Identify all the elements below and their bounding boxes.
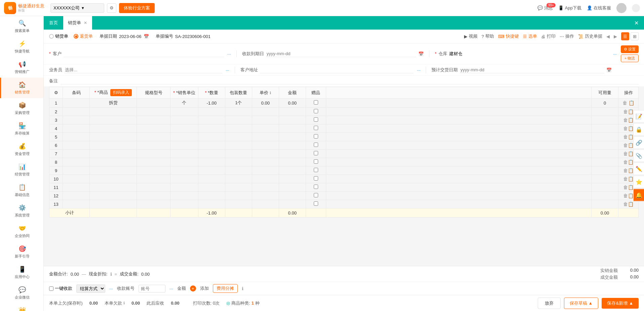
action-shortcut[interactable]: ⌨ 快捷键 bbox=[498, 33, 519, 39]
warehouse-dots[interactable]: ··· bbox=[613, 51, 617, 56]
copy-row-12[interactable]: 📋 bbox=[628, 193, 634, 198]
sidebar-item-search[interactable]: 🔍 搜索菜单 bbox=[0, 16, 43, 37]
tab-sales-order[interactable]: 销货单 ✕ bbox=[63, 16, 92, 30]
copy-row-13[interactable]: 📋 bbox=[628, 201, 634, 207]
sidebar-item-vip[interactable]: 👑 畅会员 bbox=[0, 303, 43, 311]
copy-row-1[interactable]: 📋 bbox=[629, 100, 634, 106]
message-button[interactable]: 💬 消息 99+ bbox=[537, 5, 553, 11]
payment-due-input[interactable] bbox=[266, 50, 417, 57]
copy-row-9[interactable]: 📋 bbox=[628, 168, 634, 173]
delete-row-2[interactable]: 🗑 bbox=[623, 109, 628, 114]
sidebar-item-system[interactable]: ⚙️ 系统管理 bbox=[0, 201, 43, 221]
sidebar-item-enterprise[interactable]: 🤝 企业协同 bbox=[0, 221, 43, 242]
gift-checkbox-11[interactable] bbox=[314, 185, 318, 189]
action-select[interactable]: ☰ 选单 bbox=[523, 33, 537, 39]
copy-row-11[interactable]: 📋 bbox=[628, 185, 634, 190]
abandon-button[interactable]: 放弃 bbox=[538, 298, 561, 309]
tab-bar-close-button[interactable]: ✕ bbox=[629, 20, 644, 26]
gift-checkbox-2[interactable] bbox=[314, 109, 318, 113]
settlement-select[interactable]: 结算方式 bbox=[76, 284, 105, 293]
online-service-button[interactable]: 👤 在线客服 bbox=[587, 5, 611, 11]
copy-row-5[interactable]: 📋 bbox=[628, 134, 634, 140]
delete-row-12[interactable]: 🗑 bbox=[623, 193, 628, 198]
delete-row-8[interactable]: 🗑 bbox=[623, 159, 628, 165]
copy-row-4[interactable]: 📋 bbox=[628, 126, 634, 131]
radio-return-order[interactable]: 退货单 bbox=[74, 33, 93, 39]
float-star-button[interactable]: ⭐ bbox=[633, 176, 644, 188]
action-operation[interactable]: ⋯ 操作 bbox=[560, 33, 574, 39]
setup-button[interactable]: ⚙ 设置 bbox=[621, 45, 639, 53]
customer-address-input[interactable] bbox=[260, 67, 414, 73]
next-record-icon[interactable]: ▶ bbox=[614, 34, 617, 39]
sidebar-item-marketing[interactable]: 📢 营销推广 bbox=[0, 57, 43, 78]
float-notes-button[interactable]: 📝 bbox=[633, 110, 644, 122]
float-edit-button[interactable]: ✏️ bbox=[633, 162, 644, 175]
payment-calendar-icon[interactable]: 📅 bbox=[418, 51, 424, 56]
copy-row-2[interactable]: 📋 bbox=[628, 109, 634, 114]
avatar[interactable] bbox=[616, 3, 627, 13]
delete-row-10[interactable]: 🗑 bbox=[623, 176, 628, 182]
float-notify-button[interactable]: 🔔 bbox=[633, 189, 644, 201]
action-history[interactable]: 📜 历史单据 bbox=[578, 33, 602, 39]
copy-row-7[interactable]: 📋 bbox=[628, 151, 634, 156]
add-payment-button[interactable]: + bbox=[190, 285, 196, 291]
app-download-button[interactable]: 📱 App下载 bbox=[558, 5, 581, 11]
delete-row-9[interactable]: 🗑 bbox=[623, 168, 628, 173]
delete-row-5[interactable]: 🗑 bbox=[623, 134, 628, 140]
salesperson-input[interactable] bbox=[64, 67, 222, 73]
delete-row-7[interactable]: 🗑 bbox=[623, 151, 628, 156]
sidebar-item-finance[interactable]: 💰 资金管理 bbox=[0, 139, 43, 160]
trial-button[interactable]: 体验行业方案 bbox=[119, 3, 155, 13]
grid-view-icon[interactable]: ⊞ bbox=[631, 32, 639, 40]
prev-record-icon[interactable]: ◀ bbox=[606, 34, 610, 39]
sidebar-item-purchase[interactable]: 📦 采购管理 bbox=[0, 98, 43, 119]
copy-row-10[interactable]: 📋 bbox=[628, 176, 634, 182]
settings-button[interactable]: ⚙ bbox=[107, 3, 116, 13]
th-settings[interactable]: ⚙ bbox=[49, 87, 63, 99]
delete-row-13[interactable]: 🗑 bbox=[623, 201, 628, 207]
expense-info-icon[interactable]: ℹ bbox=[242, 286, 243, 291]
expense-split-button[interactable]: 费用分摊 bbox=[213, 284, 238, 293]
payment-checkbox[interactable] bbox=[49, 286, 53, 291]
discount-info-icon[interactable]: ℹ bbox=[110, 272, 112, 277]
action-video[interactable]: ▶ 视频 bbox=[464, 33, 478, 39]
debt-info-icon[interactable]: ℹ bbox=[123, 301, 125, 305]
float-lock-button[interactable]: 🔒 bbox=[633, 123, 644, 135]
delete-row-4[interactable]: 🗑 bbox=[623, 126, 628, 131]
gift-checkbox-4[interactable] bbox=[314, 126, 318, 130]
sidebar-item-sales[interactable]: 🏠 销售管理 bbox=[0, 78, 43, 98]
tab-home[interactable]: 首页 bbox=[44, 16, 63, 30]
gift-checkbox-5[interactable] bbox=[314, 134, 318, 139]
gift-checkbox-7[interactable] bbox=[314, 151, 318, 155]
delete-row-1[interactable]: 🗑 bbox=[622, 100, 627, 106]
sidebar-item-wechat[interactable]: 💬 企业微信 bbox=[0, 283, 43, 303]
account-input[interactable] bbox=[139, 285, 165, 293]
action-help[interactable]: ? 帮助 bbox=[482, 33, 494, 39]
list-view-icon[interactable]: ☰ bbox=[621, 32, 629, 40]
sidebar-item-inventory[interactable]: 🏪 库存核算 bbox=[0, 119, 43, 139]
gift-checkbox-13[interactable] bbox=[314, 201, 318, 206]
copy-row-6[interactable]: 📋 bbox=[628, 143, 634, 148]
delete-row-3[interactable]: 🗑 bbox=[623, 117, 628, 123]
float-link-button[interactable]: 🔗 bbox=[633, 136, 644, 149]
customer-input[interactable] bbox=[64, 50, 224, 57]
delivery-calendar-icon[interactable]: 📅 bbox=[606, 68, 612, 73]
gift-checkbox-3[interactable] bbox=[314, 117, 318, 122]
gift-checkbox-10[interactable] bbox=[314, 176, 318, 181]
scan-button[interactable]: 扫码录入 bbox=[110, 89, 132, 96]
gift-checkbox-12[interactable] bbox=[314, 193, 318, 197]
sidebar-item-basic[interactable]: 📋 基础信息 bbox=[0, 180, 43, 201]
avatar-2[interactable] bbox=[632, 4, 640, 12]
customer-dots[interactable]: ··· bbox=[227, 51, 231, 56]
copy-row-8[interactable]: 📋 bbox=[628, 159, 634, 165]
float-attach-button[interactable]: 📎 bbox=[633, 149, 644, 162]
delete-row-6[interactable]: 🗑 bbox=[623, 143, 628, 148]
settlement-dots[interactable]: ··· bbox=[109, 286, 113, 291]
account-dots[interactable]: ··· bbox=[169, 286, 173, 291]
gift-checkbox-9[interactable] bbox=[314, 168, 318, 172]
save-new-button[interactable]: 保存&新增 ▲ bbox=[602, 298, 639, 309]
calendar-icon[interactable]: 📅 bbox=[144, 34, 149, 39]
notes-input[interactable] bbox=[61, 78, 639, 84]
gift-checkbox-1[interactable] bbox=[314, 100, 318, 105]
save-draft-button[interactable]: 保存草稿 ▲ bbox=[564, 298, 599, 309]
